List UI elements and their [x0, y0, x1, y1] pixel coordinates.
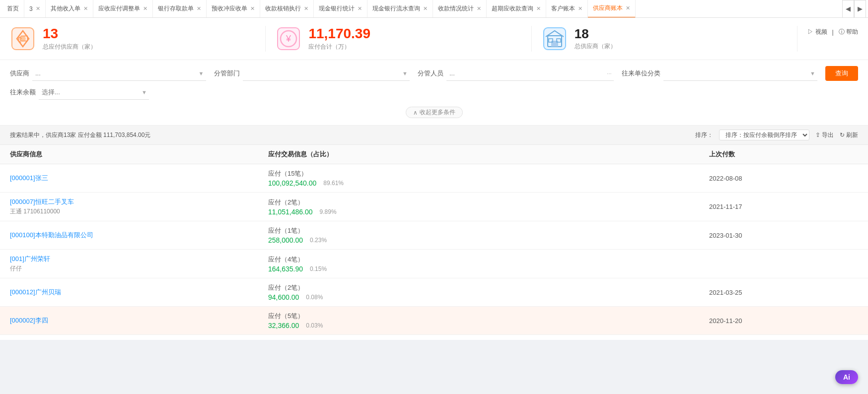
dept-filter-wrap[interactable]: ▼ [243, 66, 410, 81]
sort-label: 排序： [695, 131, 713, 139]
export-label: 导出 [822, 131, 834, 139]
filter-row-2: 往来余额 ▼ [10, 85, 858, 100]
nav-tab-prepay-offset[interactable]: 预收冲应收单 ✕ [207, 0, 260, 18]
tx-label: 应付（2笔） [268, 198, 709, 207]
query-button[interactable]: 查询 [825, 66, 858, 81]
nav-prev-button[interactable]: ◀ [842, 0, 854, 18]
tx-info-cell: 应付（2笔） 11,051,486.00 9.89% [268, 198, 709, 216]
supplier-link[interactable]: [000001]张三 [10, 174, 48, 182]
table-row: [000012]广州贝瑞 应付（2笔） 94,600.00 0.08% 2021… [0, 278, 868, 307]
tx-pct: 0.08% [306, 294, 323, 301]
nav-next-button[interactable]: ▶ [854, 0, 866, 18]
tx-amount: 11,051,486.00 [268, 208, 313, 216]
tx-pct: 9.89% [320, 208, 337, 215]
dept-input[interactable] [243, 66, 403, 80]
category-input[interactable] [663, 66, 810, 80]
top-right-links: ▷ 视频 | ⓘ 帮助 [807, 26, 858, 36]
table-row: [001]广州荣轩 仔仔 应付（4笔） 164,635.90 0.15% [0, 250, 868, 278]
nav-tab-3[interactable]: 3 ✕ [24, 0, 46, 18]
nav-tab-home[interactable]: 首页 [2, 0, 24, 18]
nav-tab-supplier-ledger[interactable]: 供应商账本 ✕ [588, 0, 636, 18]
tx-amount: 164,635.90 [268, 265, 303, 273]
close-icon[interactable]: ✕ [626, 5, 630, 11]
last-pay-cell: 2022-08-08 [709, 175, 858, 182]
nav-tab-other-income[interactable]: 其他收入单 ✕ [46, 0, 93, 18]
tx-label: 应付（2笔） [268, 283, 709, 292]
person-input[interactable] [446, 66, 607, 80]
filter-dept: 分管部门 ▼ [214, 66, 410, 81]
nav-tab-ar-ap-adjust[interactable]: 应收应付调整单 ✕ [93, 0, 153, 18]
export-button[interactable]: ⇪ 导出 [815, 131, 834, 139]
close-icon[interactable]: ✕ [197, 5, 201, 12]
close-icon[interactable]: ✕ [83, 5, 88, 12]
nav-tab-collect-stat[interactable]: 收款情况统计 ✕ [433, 0, 487, 18]
balance-filter-label: 往来余额 [10, 88, 36, 97]
summary-ap-suppliers: 🏷 13 总应付供应商（家） [10, 26, 266, 52]
close-icon[interactable]: ✕ [358, 5, 362, 12]
video-link[interactable]: ▷ 视频 [807, 28, 827, 36]
summary-ap-amount: ¥ 11,170.39 应付合计（万） [276, 26, 531, 52]
summary-ap-amount-text: 11,170.39 应付合计（万） [308, 26, 370, 51]
dept-filter-label: 分管部门 [214, 69, 240, 78]
nav-tab-bank-deposit[interactable]: 银行存取款单 ✕ [153, 0, 207, 18]
ap-suppliers-value: 13 [43, 26, 96, 42]
chevron-down-icon: ▼ [142, 89, 149, 95]
balance-filter-wrap[interactable]: ▼ [39, 85, 149, 100]
sort-select[interactable]: 排序：按应付余额倒序排序 [719, 130, 809, 140]
money-icon: ¥ [276, 26, 301, 52]
close-icon[interactable]: ✕ [250, 5, 255, 12]
summary-bar: 🏷 13 总应付供应商（家） ¥ 11,170.39 应付合计（万） [0, 18, 868, 60]
tx-pct: 0.03% [306, 322, 323, 329]
nav-tab-3-label: 3 [29, 5, 33, 12]
close-icon[interactable]: ✕ [477, 5, 481, 12]
svg-text:¥: ¥ [286, 34, 291, 44]
tx-amount: 100,092,540.00 [268, 179, 316, 187]
close-icon[interactable]: ✕ [536, 5, 541, 12]
close-icon[interactable]: ✕ [304, 5, 308, 12]
nav-tab-cash-bank-query[interactable]: 现金银行流水查询 ✕ [367, 0, 433, 18]
supplier-link[interactable]: [000002]李四 [10, 317, 48, 324]
nav-tab-customer-ledger-label: 客户账本 [551, 4, 575, 13]
tx-pct: 0.15% [310, 265, 327, 272]
svg-rect-8 [551, 41, 558, 47]
supplier-link[interactable]: [000007]恒旺二手叉车 [10, 198, 74, 205]
nav-tab-ar-ap-adjust-label: 应收应付调整单 [98, 4, 140, 13]
supplier-link[interactable]: [001]广州荣轩 [10, 255, 50, 263]
chevron-down-icon: ▼ [199, 70, 206, 76]
refresh-button[interactable]: ↻ 刷新 [840, 131, 858, 139]
help-link[interactable]: ⓘ 帮助 [839, 28, 858, 36]
divider: | [832, 29, 834, 36]
collapse-button[interactable]: ∧ 收起更多条件 [406, 107, 463, 118]
balance-input[interactable] [39, 85, 142, 99]
close-icon[interactable]: ✕ [423, 5, 428, 12]
supplier-info-cell: [000001]张三 [10, 174, 268, 183]
tx-amount: 32,366.00 [268, 322, 299, 329]
chevron-down-icon: ▼ [810, 70, 817, 76]
nav-tab-collect-verify[interactable]: 收款核销执行 ✕ [260, 0, 314, 18]
supplier-filter-label: 供应商 [10, 69, 29, 78]
chevron-down-icon: ▼ [402, 70, 410, 76]
ap-suppliers-label: 总应付供应商（家） [43, 43, 96, 51]
result-bar: 搜索结果中，供应商13家 应付金额 111,703,854.00元 排序： 排序… [0, 126, 868, 145]
ap-amount-label: 应付合计（万） [308, 43, 370, 51]
supplier-input[interactable] [32, 66, 199, 80]
total-suppliers-value: 18 [575, 27, 616, 41]
nav-tab-customer-ledger[interactable]: 客户账本 ✕ [546, 0, 588, 18]
svg-point-2 [20, 36, 26, 42]
tx-label: 应付（5笔） [268, 312, 709, 321]
last-pay-date: 2021-11-17 [709, 203, 742, 210]
close-icon[interactable]: ✕ [36, 5, 40, 12]
close-icon[interactable]: ✕ [578, 5, 582, 12]
category-filter-label: 往来单位分类 [622, 69, 660, 78]
summary-total-suppliers-text: 18 总供应商（家） [575, 27, 616, 51]
supplier-link[interactable]: [000100]本特勤油品有限公司 [10, 231, 93, 239]
nav-tab-overdue-ar[interactable]: 超期应收款查询 ✕ [487, 0, 546, 18]
close-icon[interactable]: ✕ [143, 5, 147, 12]
category-filter-wrap[interactable]: ▼ [663, 66, 818, 81]
supplier-filter-wrap[interactable]: ▼ [32, 66, 206, 81]
nav-tab-cash-bank-stat[interactable]: 现金银行统计 ✕ [314, 0, 367, 18]
supplier-link[interactable]: [000012]广州贝瑞 [10, 288, 61, 296]
person-filter-wrap[interactable]: ··· [446, 66, 614, 81]
tx-info-cell: 应付（2笔） 94,600.00 0.08% [268, 283, 709, 301]
nav-tab-supplier-ledger-label: 供应商账本 [593, 4, 623, 12]
